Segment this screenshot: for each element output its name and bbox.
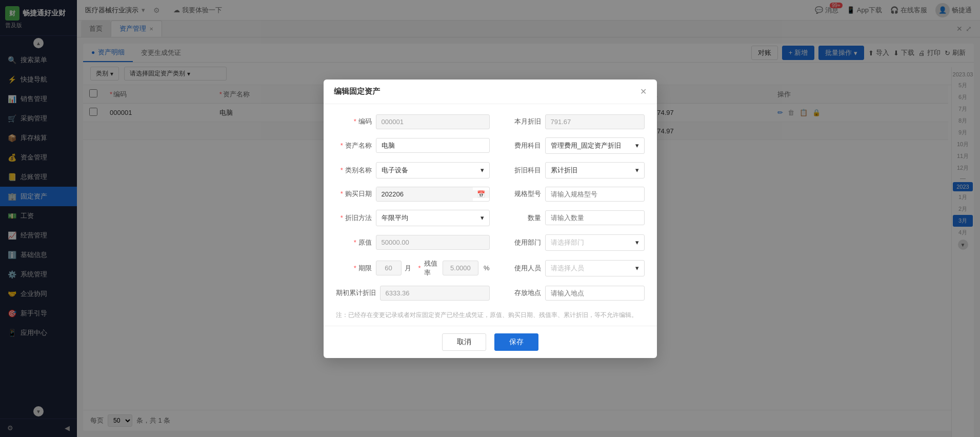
category-label-text: 类别名称 <box>345 166 372 174</box>
modal-note-text: 注：已经存在变更记录或者对应固定资产已经生成凭证，原值、购买日期、残值率、累计折… <box>336 311 637 319</box>
monthly-dep-field: 本月折旧 <box>505 114 645 129</box>
save-button[interactable]: 保存 <box>494 333 538 351</box>
edit-asset-modal: 编辑固定资产 ✕ * 编码 本月折旧 <box>324 80 657 358</box>
original-value-label-text: 原值 <box>358 239 372 246</box>
expense-subject-select[interactable]: 管理费用_固定资产折旧 ▾ <box>545 137 645 154</box>
residual-rate-input[interactable] <box>443 261 478 275</box>
period-unit: 月 <box>405 264 411 273</box>
code-input[interactable] <box>376 114 490 129</box>
dep-method-field: * 折旧方法 年限平均 ▾ <box>336 210 490 226</box>
residual-rate-unit: % <box>484 264 490 272</box>
purchase-date-label: * 购买日期 <box>336 189 372 198</box>
cancel-button[interactable]: 取消 <box>442 333 486 351</box>
period-label: * 期限 <box>336 264 372 273</box>
period-label-text: 期限 <box>358 264 372 272</box>
dep-method-dropdown-icon: ▾ <box>481 214 484 222</box>
original-value-label: * 原值 <box>336 238 372 247</box>
asset-name-label-text: 资产名称 <box>345 142 372 149</box>
user-select[interactable]: 请选择人员 ▾ <box>545 260 645 276</box>
expense-subject-field: 费用科目 管理费用_固定资产折旧 ▾ <box>505 137 645 154</box>
user-dropdown-icon: ▾ <box>635 264 639 272</box>
modal-header: 编辑固定资产 ✕ <box>324 80 657 104</box>
original-value-field: * 原值 <box>336 234 490 251</box>
dep-method-select[interactable]: 年限平均 ▾ <box>376 210 490 226</box>
modal-body: * 编码 本月折旧 * 资产名称 <box>324 104 657 311</box>
code-label-text: 编码 <box>358 117 372 125</box>
dep-subject-dropdown-icon: ▾ <box>635 166 639 174</box>
expense-subject-label: 费用科目 <box>505 141 541 150</box>
modal-title: 编辑固定资产 <box>334 87 380 96</box>
category-name-field: * 类别名称 电子设备 ▾ <box>336 162 490 178</box>
code-label: * 编码 <box>336 117 372 126</box>
period-row: 月 * 残值率 % <box>376 259 490 277</box>
category-label: * 类别名称 <box>336 166 372 175</box>
purchase-date-label-text: 购买日期 <box>345 190 372 197</box>
init-dep-field: 期初累计折旧 <box>336 286 490 301</box>
original-value-input[interactable] <box>376 235 490 250</box>
modal-overlay: 编辑固定资产 ✕ * 编码 本月折旧 <box>0 0 980 437</box>
asset-name-field: * 资产名称 <box>336 137 490 154</box>
init-dep-input[interactable] <box>380 286 490 301</box>
dep-method-label: * 折旧方法 <box>336 213 372 223</box>
asset-name-input[interactable] <box>376 138 490 153</box>
expense-subject-value: 管理费用_固定资产折旧 <box>551 141 621 150</box>
user-label: 使用人员 <box>505 264 541 273</box>
modal-note: 注：已经存在变更记录或者对应固定资产已经生成凭证，原值、购买日期、残值率、累计折… <box>324 311 657 326</box>
category-select[interactable]: 电子设备 ▾ <box>376 162 490 178</box>
dept-placeholder: 请选择部门 <box>551 238 584 247</box>
monthly-dep-input <box>545 114 645 129</box>
dep-subject-field: 折旧科目 累计折旧 ▾ <box>505 162 645 178</box>
quantity-field: 数量 <box>505 210 645 226</box>
purchase-date-field: * 购买日期 📅 <box>336 187 490 202</box>
modal-close-button[interactable]: ✕ <box>640 87 647 96</box>
quantity-input[interactable] <box>545 210 645 225</box>
purchase-date-input-group: 📅 <box>376 187 490 202</box>
category-value: 电子设备 <box>382 166 408 175</box>
dep-subject-select[interactable]: 累计折旧 ▾ <box>545 162 645 178</box>
spec-model-field: 规格型号 <box>505 187 645 202</box>
period-residual-field: * 期限 月 * 残值率 % <box>336 259 490 277</box>
dept-dropdown-icon: ▾ <box>635 239 639 246</box>
form-grid: * 编码 本月折旧 * 资产名称 <box>336 114 645 301</box>
spec-model-label: 规格型号 <box>505 189 541 198</box>
modal-footer: 取消 保存 <box>324 326 657 358</box>
purchase-date-input[interactable] <box>376 187 473 201</box>
dep-method-value: 年限平均 <box>382 213 408 223</box>
user-placeholder: 请选择人员 <box>551 264 584 273</box>
dept-field: 使用部门 请选择部门 ▾ <box>505 234 645 251</box>
required-star: * <box>354 117 358 125</box>
init-dep-label: 期初累计折旧 <box>336 288 376 297</box>
quantity-label: 数量 <box>505 213 541 223</box>
spec-model-input[interactable] <box>545 187 645 202</box>
asset-name-label: * 资产名称 <box>336 141 372 150</box>
dep-subject-label: 折旧科目 <box>505 166 541 175</box>
code-field: * 编码 <box>336 114 490 129</box>
storage-field: 存放地点 <box>505 286 645 301</box>
expense-subject-dropdown-icon: ▾ <box>635 142 639 149</box>
storage-input[interactable] <box>545 286 645 301</box>
residual-rate-label: 残值率 <box>424 259 437 277</box>
monthly-dep-label: 本月折旧 <box>505 117 541 126</box>
dep-subject-value: 累计折旧 <box>551 166 577 175</box>
dep-method-label-text: 折旧方法 <box>345 214 372 222</box>
category-dropdown-icon: ▾ <box>481 166 484 174</box>
dept-label: 使用部门 <box>505 238 541 247</box>
calendar-icon[interactable]: 📅 <box>473 190 489 198</box>
period-input[interactable] <box>376 261 402 275</box>
user-field: 使用人员 请选择人员 ▾ <box>505 259 645 277</box>
dept-select[interactable]: 请选择部门 ▾ <box>545 234 645 251</box>
storage-label: 存放地点 <box>505 288 541 297</box>
